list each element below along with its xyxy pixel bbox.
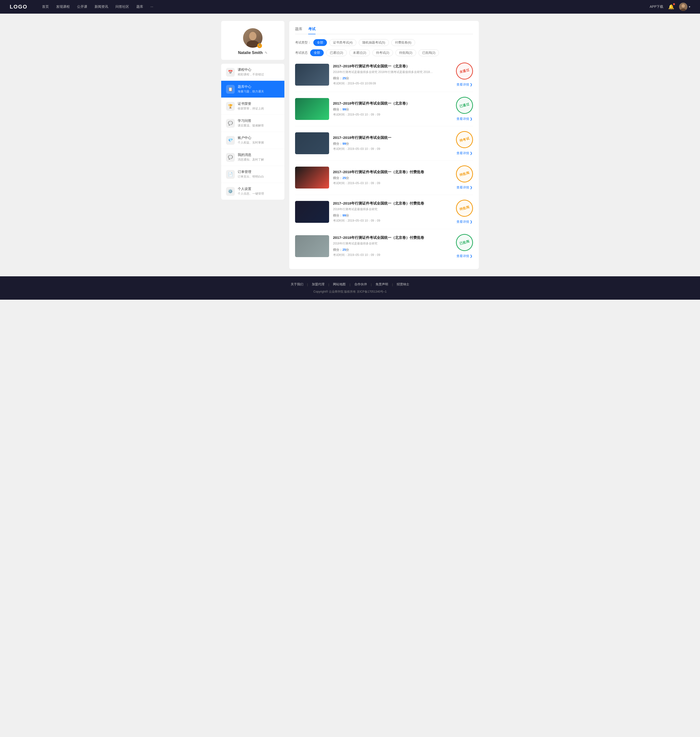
sidebar-item-message[interactable]: 💬 我的消息 消息通知、及时了解 [221, 149, 284, 166]
menu-subtitle-honor: 收获荣誉，持证上岗 [238, 106, 279, 111]
menu-title-order: 订单管理 [238, 170, 279, 174]
sidebar-item-settings[interactable]: ⚙️ 个人设置 个人信息、一键管理 [221, 183, 284, 200]
nav-item-qa[interactable]: 问答社区 [115, 4, 129, 9]
type-filter-random[interactable]: 随机抽题考试(5) [359, 39, 389, 46]
footer-link-1[interactable]: 加盟代理 [308, 282, 328, 287]
sidebar-item-account[interactable]: 💎 账户中心 个人权益、实时掌握 [221, 132, 284, 149]
tab-question-bank[interactable]: 题库 [295, 27, 302, 34]
exam-detail-link-2[interactable]: 查看详情 ❯ [456, 117, 473, 121]
footer-link-0[interactable]: 关于我们 [287, 282, 307, 287]
tab-exam[interactable]: 考试 [308, 27, 316, 34]
footer-links: 关于我们|加盟代理|网站地图|合作伙伴|免责声明|招贤纳士 [10, 282, 690, 287]
type-filter-all[interactable]: 全部 [313, 39, 327, 46]
nav-item-opencourse[interactable]: 公开课 [77, 4, 87, 9]
main-nav: 首页发现课程公开课新闻资讯问答社区题库··· [42, 4, 650, 9]
exam-thumb-5 [295, 201, 329, 223]
user-avatar-dropdown[interactable]: ▾ [679, 3, 690, 11]
exam-score-row-3: 得分：99分 [333, 142, 452, 146]
status-filter-row: 考试状态 全部已通过(2)未通过(2)待考试(2)待批阅(2)已批阅(2) [295, 49, 473, 56]
header-right: APP下载 🔔 ▾ [650, 3, 690, 11]
nav-item-news[interactable]: 新闻资讯 [94, 4, 108, 9]
exam-detail-link-6[interactable]: 查看详情 ❯ [456, 254, 473, 258]
sidebar-item-question[interactable]: 📋 题库中心 海量习题，助力通关 [221, 81, 284, 98]
badge-icon: 🏅 [257, 43, 262, 48]
exam-title-4: 2017–2018年行测证件考试全国统一（北京卷）付费批卷 [333, 170, 452, 174]
status-filter-pending[interactable]: 待考试(2) [372, 49, 393, 56]
type-filter-paid[interactable]: 付费批卷(6) [391, 39, 415, 46]
exam-detail-link-1[interactable]: 查看详情 ❯ [456, 83, 473, 87]
exam-item-6: 2017–2018年行测证件考试全国统一（北京卷）付费批卷 2018年行测考试是… [295, 229, 473, 263]
exam-desc-5: 2018年行测考试是最值得多去研究 [333, 207, 435, 211]
menu-icon-question: 📋 [226, 85, 235, 94]
main-container: 🏅 Natalie Smith ✎ 📅 课程中心 精彩课程，不容错过 📋 题库中… [216, 21, 484, 269]
menu-icon-honor: 🏆 [226, 102, 235, 111]
footer-link-4[interactable]: 免责声明 [372, 282, 392, 287]
nav-item-home[interactable]: 首页 [42, 4, 49, 9]
status-filter-all[interactable]: 全部 [310, 49, 324, 56]
exam-score-row-1: 得分：25分 [333, 76, 452, 81]
exam-score-4: 25 [343, 176, 346, 180]
exam-action-3: 待考试 查看详情 ❯ [456, 131, 473, 155]
footer-link-2[interactable]: 网站地图 [329, 282, 350, 287]
sidebar-menu: 📅 课程中心 精彩课程，不容错过 📋 题库中心 海量习题，助力通关 🏆 证书荣誉… [221, 64, 284, 200]
exam-detail-link-5[interactable]: 查看详情 ❯ [456, 220, 473, 224]
menu-title-course: 课程中心 [238, 68, 279, 72]
exam-detail-link-4[interactable]: 查看详情 ❯ [456, 185, 473, 190]
exam-action-1: 未通过 查看详情 ❯ [456, 62, 473, 87]
sidebar-item-course[interactable]: 📅 课程中心 精彩课程，不容错过 [221, 64, 284, 81]
exam-action-2: 已通过 查看详情 ❯ [456, 97, 473, 121]
menu-subtitle-message: 消息通知、及时了解 [238, 158, 279, 162]
footer-link-5[interactable]: 招贤纳士 [393, 282, 413, 287]
sidebar-name-row: Natalie Smith ✎ [238, 51, 268, 55]
type-filter-row: 考试类型： 全部证书类考试(4)随机抽题考试(5)付费批卷(6) [295, 39, 473, 46]
nav-item-discover[interactable]: 发现课程 [56, 4, 70, 9]
menu-icon-qa: 💬 [226, 119, 235, 128]
exam-title-6: 2017–2018年行测证件考试全国统一（北京卷）付费批卷 [333, 236, 452, 240]
exam-action-4: 待批阅 查看详情 ❯ [456, 165, 473, 190]
footer-link-3[interactable]: 合作伙伴 [350, 282, 371, 287]
type-filter-label: 考试类型： [295, 40, 311, 45]
exam-time-1: 考试时间：2019–05–03 10:09:09 [333, 81, 452, 85]
menu-subtitle-qa: 课后重温、疑难解答 [238, 124, 279, 128]
menu-subtitle-account: 个人权益、实时掌握 [238, 141, 279, 145]
exam-time-2: 考试时间：2019–05–03 10：09：09 [333, 113, 452, 117]
menu-icon-account: 💎 [226, 136, 235, 145]
exam-title-2: 2017–2018年行测证件考试全国统一（北京卷） [333, 101, 452, 106]
exam-stamp-6: 已批阅 [454, 232, 475, 253]
sidebar-username: Natalie Smith [238, 51, 263, 55]
svg-point-1 [681, 4, 685, 7]
sidebar-item-order[interactable]: 📄 订单管理 订单支出、明明白白 [221, 166, 284, 183]
status-filter-failed[interactable]: 未通过(2) [349, 49, 370, 56]
exam-item-2: 2017–2018年行测证件考试全国统一（北京卷） 得分：99分 考试时间：20… [295, 92, 473, 126]
header: LOGO 首页发现课程公开课新闻资讯问答社区题库··· APP下载 🔔 ▾ [0, 0, 700, 13]
menu-subtitle-question: 海量习题，助力通关 [238, 90, 279, 94]
status-filter-review[interactable]: 待批阅(2) [396, 49, 416, 56]
notification-bell[interactable]: 🔔 [668, 4, 674, 10]
menu-title-qa: 学习问答 [238, 119, 279, 123]
exam-thumb-1 [295, 64, 329, 85]
exam-detail-link-3[interactable]: 查看详情 ❯ [456, 151, 473, 155]
chevron-down-icon: ▾ [689, 5, 690, 9]
edit-profile-icon[interactable]: ✎ [265, 51, 268, 55]
notification-dot [673, 3, 675, 5]
exam-desc-1: 2018年行测考试是最值得多去研究 2018年行测考试是最值得多去研究 2018… [333, 70, 435, 74]
menu-title-message: 我的消息 [238, 153, 279, 157]
sidebar-item-honor[interactable]: 🏆 证书荣誉 收获荣誉，持证上岗 [221, 98, 284, 115]
exam-score-row-2: 得分：99分 [333, 107, 452, 112]
exam-info-3: 2017–2018年行测证件考试全国统一 得分：99分 考试时间：2019–05… [333, 136, 452, 151]
sidebar-item-qa[interactable]: 💬 学习问答 课后重温、疑难解答 [221, 115, 284, 132]
exam-action-5: 待批阅 查看详情 ❯ [456, 200, 473, 224]
exam-item-5: 2017–2018年行测证件考试全国统一（北京卷）付费批卷 2018年行测考试是… [295, 195, 473, 229]
status-filter-passed[interactable]: 已通过(2) [326, 49, 347, 56]
footer-copyright: Copyright® 云朵商学院 版权所有 京ICP备17051340号–1 [10, 290, 690, 294]
exam-item-1: 2017–2018年行测证件考试全国统一（北京卷） 2018年行测考试是最值得多… [295, 57, 473, 92]
app-download-button[interactable]: APP下载 [650, 4, 663, 9]
nav-item-question[interactable]: 题库 [136, 4, 143, 9]
type-filter-cert[interactable]: 证书类考试(4) [329, 39, 356, 46]
exam-stamp-5: 待批阅 [454, 198, 475, 219]
sidebar-profile: 🏅 Natalie Smith ✎ [221, 21, 284, 60]
exam-thumb-4 [295, 167, 329, 189]
exam-score-5: 99 [343, 214, 346, 217]
status-filter-reviewed[interactable]: 已批阅(2) [419, 49, 439, 56]
nav-item-more[interactable]: ··· [150, 4, 153, 9]
